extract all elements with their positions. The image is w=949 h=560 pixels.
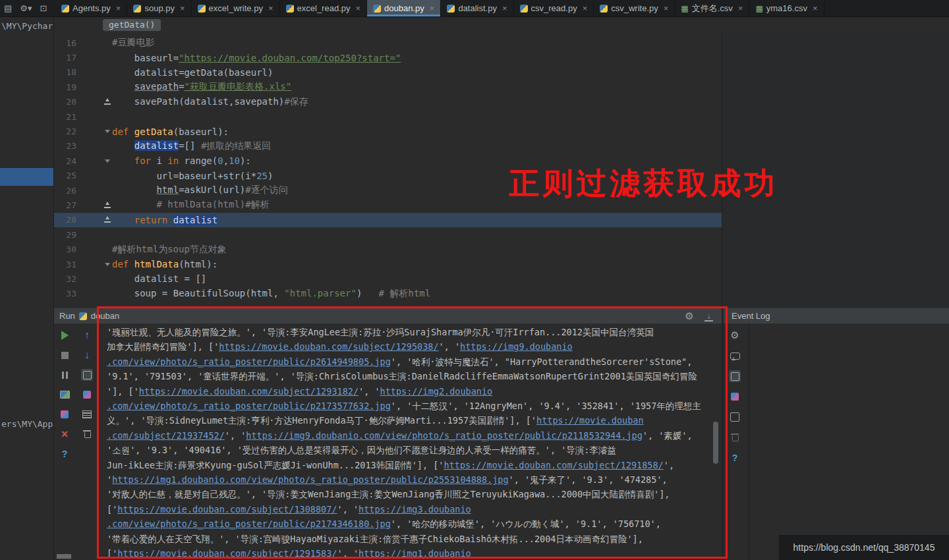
tab-csv_write.py[interactable]: csv_write.py× xyxy=(594,0,675,16)
breadcrumb[interactable]: getData() xyxy=(103,19,161,31)
soft-wrap-button[interactable] xyxy=(80,388,94,401)
code-text: # htmlData(html)#解析 xyxy=(112,199,270,211)
code-line-31[interactable]: 31def htmlData(html): xyxy=(54,257,722,271)
event-log-header[interactable]: Event Log xyxy=(722,308,949,323)
project-panel[interactable]: \MY\Pychar ers\MY\App xyxy=(0,17,54,560)
tab-excel_read.py[interactable]: excel_read.py× xyxy=(280,0,368,16)
watermark: https://blog.csdn.net/qq_38870145 xyxy=(779,535,949,560)
tab-close-icon[interactable]: × xyxy=(430,3,435,13)
restore-layout-button[interactable] xyxy=(80,368,94,381)
split-editor-icon[interactable]: ⊡ xyxy=(40,3,47,13)
settings-gear-icon[interactable]: ⚙▾ xyxy=(20,3,32,13)
tab-close-icon[interactable]: × xyxy=(738,3,743,13)
tab-excel_write.py[interactable]: excel_write.py× xyxy=(192,0,280,16)
scroll-to-end-icon[interactable]: ↓ xyxy=(705,311,713,322)
tab-douban.py[interactable]: douban.py× xyxy=(367,0,441,16)
code-line-20[interactable]: 20 savePath(datalist,savepath)#保存 xyxy=(54,95,722,109)
console-text: '], [' xyxy=(107,386,139,397)
code-line-32[interactable]: 32 datalist = [] xyxy=(54,271,722,286)
console-scrollbar[interactable] xyxy=(713,422,718,464)
console-link[interactable]: https://img1.doubanio xyxy=(359,548,471,559)
tab-close-icon[interactable]: × xyxy=(268,3,273,13)
view-mode-icon[interactable]: ▤ xyxy=(4,3,12,13)
code-line-23[interactable]: 23 datalist=[] #抓取的结果返回 xyxy=(54,139,722,154)
console-link[interactable]: https://img2.doubanio xyxy=(380,386,493,397)
stop-button[interactable] xyxy=(58,349,71,362)
console-text: 义。', '导演:SidneyLumet主演:亨利·方达HenryFonda马丁… xyxy=(107,415,536,426)
clear-console-button[interactable] xyxy=(80,428,94,441)
console-link[interactable]: https://movie.douban.com/subject/1295038… xyxy=(219,341,438,352)
code-line-29[interactable]: 29 xyxy=(54,227,722,242)
console-link[interactable]: .com/view/photo/s_ratio_poster/public/p2… xyxy=(107,356,391,367)
tab-csv_read.py[interactable]: csv_read.py× xyxy=(514,0,594,16)
clear-log-icon[interactable] xyxy=(728,431,741,444)
console-link[interactable]: https://movie.douban.com/subject/1293182… xyxy=(139,386,359,397)
restore-layout-icon[interactable] xyxy=(728,370,741,383)
tab-close-icon[interactable]: × xyxy=(664,3,669,13)
console-link[interactable]: https://movie.douban xyxy=(536,415,644,426)
console-link[interactable]: https://img1.doubanio.com/view/photo/s_r… xyxy=(112,474,508,485)
tab-soup.py[interactable]: soup.py× xyxy=(127,0,191,16)
console-link[interactable]: .com/view/photo/s_ratio_poster/public/p2… xyxy=(107,518,391,529)
code-line-30[interactable]: 30#解析html为soup节点对象 xyxy=(54,242,722,256)
tab-文件名.csv[interactable]: ▦文件名.csv× xyxy=(675,0,749,16)
event-log-help-icon[interactable]: ? xyxy=(728,451,741,464)
tab-close-icon[interactable]: × xyxy=(180,3,185,13)
tab-close-icon[interactable]: × xyxy=(355,3,360,13)
tab-close-icon[interactable]: × xyxy=(583,3,588,13)
tab-datalist.py[interactable]: datalist.py× xyxy=(441,0,513,16)
event-log-divider xyxy=(749,323,749,560)
console-settings-gear-icon-shape: ⚙ xyxy=(683,310,695,322)
soft-wrap-icon[interactable] xyxy=(728,390,741,403)
console-link[interactable]: https://movie.douban.com/subject/1308807… xyxy=(117,504,337,515)
expand-all-icon[interactable] xyxy=(728,410,741,424)
line-number: 24 xyxy=(59,156,76,166)
csv-file-icon: ▦ xyxy=(681,5,688,13)
rerun-button[interactable] xyxy=(58,329,71,342)
code-line-21[interactable]: 21 xyxy=(54,109,722,124)
code-text: #豆瓣电影 xyxy=(112,37,154,49)
console-link[interactable]: https://movie.douban.com/subject/1291858… xyxy=(444,460,664,470)
down-stack-trace-button[interactable]: ↓ xyxy=(80,349,94,362)
show-console-button[interactable] xyxy=(58,388,71,401)
fold-arrow-icon[interactable] xyxy=(105,130,110,133)
code-line-17[interactable]: 17 baseurl="https://movie.douban.com/top… xyxy=(54,50,722,65)
console-link[interactable]: .com/view/photo/s_ratio_poster/public/p2… xyxy=(107,401,391,411)
code-line-33[interactable]: 33 soup = BeautifulSoup(html, "html.pars… xyxy=(54,287,722,301)
fold-arrow-icon[interactable] xyxy=(105,159,110,163)
up-stack-trace-button[interactable]: ↑ xyxy=(80,329,94,342)
gutter-marker xyxy=(103,130,112,133)
console-link[interactable]: https://img9.doubanio.com/view/photo/s_r… xyxy=(246,430,642,441)
attach-profiler-button[interactable] xyxy=(58,408,71,421)
tab-close-icon[interactable]: × xyxy=(813,3,818,13)
code-line-19[interactable]: 19 savepath="获取豆瓣电影表格.xls" xyxy=(54,80,722,94)
code-line-28[interactable]: 28 return datalist xyxy=(54,213,722,227)
tab-Agents.py[interactable]: Agents.py× xyxy=(55,0,127,16)
console-link[interactable]: https://movie.douban.com/subject/1291583… xyxy=(117,548,337,559)
console-output[interactable]: '瑰丽壮观、无人能及的冒险之旅。', '导演:李安AngLee主演:苏拉·沙玛S… xyxy=(99,323,722,560)
console-link[interactable]: https://img9.doubanio xyxy=(460,341,573,352)
code-line-22[interactable]: 22def getData(baseurl): xyxy=(54,124,722,138)
help-button[interactable]: ? xyxy=(58,447,71,461)
tab-close-icon[interactable]: × xyxy=(116,3,121,13)
balloon-notifications-icon[interactable] xyxy=(728,349,741,362)
console-link[interactable]: https://img3.doubanio xyxy=(359,504,471,515)
line-number: 29 xyxy=(59,230,76,240)
project-selected-row[interactable] xyxy=(0,168,54,186)
console-text: '带着心爱的人在天空飞翔。', '导演:宫崎骏HayaoMiyazaki主演:倍… xyxy=(107,534,643,544)
watermark-text: https://blog.csdn.net/qq_38870145 xyxy=(793,542,935,553)
console-settings-gear-icon[interactable]: ⚙ xyxy=(683,310,695,322)
code-line-16[interactable]: 16#豆瓣电影 xyxy=(54,36,722,50)
event-log-settings-icon[interactable]: ⚙ xyxy=(728,329,741,342)
print-output-button[interactable] xyxy=(80,408,94,421)
tab-yma16.csv[interactable]: ▦yma16.csv× xyxy=(749,0,824,16)
pause-output-button[interactable] xyxy=(58,368,71,381)
console-link[interactable]: .com/subject/21937452/ xyxy=(107,430,225,441)
close-tab-button[interactable]: × xyxy=(58,428,71,441)
console-text: ', ' xyxy=(225,430,246,441)
soft-wrap-icon-shape xyxy=(729,391,741,403)
code-line-18[interactable]: 18 datalist=getData(baseurl) xyxy=(54,65,722,80)
console-text: ', xyxy=(664,460,674,470)
fold-arrow-icon[interactable] xyxy=(105,263,110,266)
tab-close-icon[interactable]: × xyxy=(502,3,507,13)
